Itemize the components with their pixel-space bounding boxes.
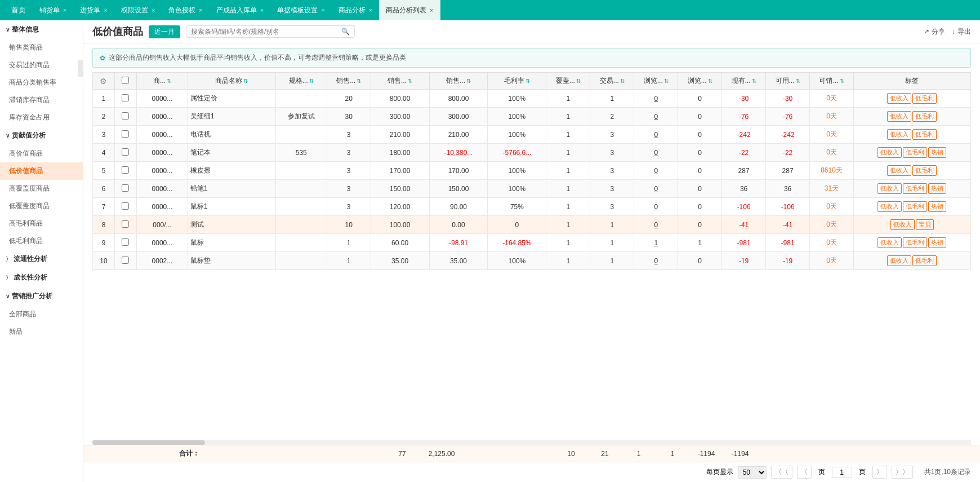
row-checkbox[interactable]: [122, 202, 129, 210]
page-number-input[interactable]: [832, 467, 852, 478]
row-checkbox[interactable]: [122, 238, 129, 246]
browse-link[interactable]: 0: [654, 131, 658, 139]
select-all-checkbox[interactable]: [122, 77, 129, 84]
browse-link[interactable]: 0: [654, 113, 658, 121]
browse-link[interactable]: 0: [654, 203, 658, 211]
row-checkbox[interactable]: [122, 220, 129, 228]
cell-checkbox[interactable]: [114, 252, 136, 270]
cell-checkbox[interactable]: [114, 180, 136, 198]
share-button[interactable]: ↗ 分享: [924, 27, 945, 37]
col-trans[interactable]: 交易...⇅: [590, 73, 634, 90]
col-avail[interactable]: 可用...⇅: [766, 73, 810, 90]
nav-item-sales[interactable]: 销货单 ×: [33, 0, 73, 20]
sidebar-item-all-products[interactable]: 全部商品: [0, 306, 83, 323]
cell-browse1[interactable]: 1: [634, 234, 678, 252]
nav-item-purchase[interactable]: 进货单 ×: [73, 0, 114, 20]
col-margin[interactable]: 毛利率⇅: [488, 73, 546, 90]
sidebar-group-marketing[interactable]: ∨ 营销推广分析: [0, 287, 83, 306]
nav-item-analysis[interactable]: 商品分析 ×: [332, 0, 379, 20]
sidebar-group-contribution[interactable]: ∨ 贡献值分析: [0, 126, 83, 145]
sidebar-item-high-margin[interactable]: 高毛利商品: [0, 215, 83, 232]
close-icon[interactable]: ×: [369, 7, 372, 14]
sidebar-collapse-btn[interactable]: 《: [78, 60, 83, 77]
browse-link[interactable]: 0: [654, 185, 658, 193]
cell-browse1[interactable]: 0: [634, 126, 678, 144]
cell-checkbox[interactable]: [114, 162, 136, 180]
cell-browse1[interactable]: 0: [634, 252, 678, 270]
next-page-button[interactable]: 〉: [872, 466, 887, 479]
browse-link[interactable]: 0: [654, 167, 658, 175]
last-page-button[interactable]: 〉〉: [892, 466, 913, 479]
col-sale3[interactable]: 销售...⇅: [429, 73, 488, 90]
prev-page-button[interactable]: 〈: [797, 466, 812, 479]
close-icon[interactable]: ×: [321, 7, 324, 14]
row-checkbox[interactable]: [122, 166, 129, 174]
sidebar-item-high-coverage[interactable]: 高覆盖度商品: [0, 180, 83, 197]
row-checkbox[interactable]: [122, 184, 129, 192]
sidebar-item-high-value[interactable]: 高价值商品: [0, 145, 83, 162]
browse-link[interactable]: 1: [654, 239, 658, 247]
nav-item-home[interactable]: 首页: [5, 0, 33, 20]
col-tags[interactable]: 标签: [853, 73, 970, 90]
cell-checkbox[interactable]: [114, 234, 136, 252]
col-sale1[interactable]: 销售...⇅: [327, 73, 371, 90]
close-icon[interactable]: ×: [152, 7, 155, 14]
row-checkbox[interactable]: [122, 94, 129, 101]
close-icon[interactable]: ×: [63, 7, 66, 14]
row-checkbox[interactable]: [122, 130, 129, 138]
cell-browse1[interactable]: 0: [634, 216, 678, 234]
sidebar-item-sales-products[interactable]: 销售类商品: [0, 39, 83, 56]
cell-browse1[interactable]: 0: [634, 162, 678, 180]
cell-browse1[interactable]: 0: [634, 144, 678, 162]
sidebar-item-stock-capital[interactable]: 库存资金占用: [0, 109, 83, 126]
nav-item-permissions[interactable]: 权限设置 ×: [114, 0, 162, 20]
sidebar-group-flow[interactable]: 〉 流通性分析: [0, 250, 83, 268]
close-icon[interactable]: ×: [199, 7, 202, 14]
cell-browse1[interactable]: 0: [634, 180, 678, 198]
cell-checkbox[interactable]: [114, 126, 136, 144]
nav-item-analysis-list[interactable]: 商品分析列表 ×: [379, 0, 440, 20]
col-sale2[interactable]: 销售...⇅: [371, 73, 429, 90]
nav-item-stock[interactable]: 产成品入库单 ×: [210, 0, 270, 20]
cell-browse1[interactable]: 0: [634, 198, 678, 216]
sidebar-item-category-sales[interactable]: 商品分类销售率: [0, 74, 83, 91]
sidebar-item-low-margin[interactable]: 低毛利商品: [0, 232, 83, 250]
scrollbar-thumb[interactable]: [92, 440, 205, 445]
col-name[interactable]: 商品名称⇅: [188, 73, 275, 90]
col-browse1[interactable]: 浏览...⇅: [634, 73, 678, 90]
row-checkbox[interactable]: [122, 148, 129, 156]
close-icon[interactable]: ×: [260, 7, 264, 14]
cell-checkbox[interactable]: [114, 144, 136, 162]
scrollbar-area[interactable]: [92, 440, 971, 445]
first-page-button[interactable]: 〈〈: [771, 466, 792, 479]
col-settings[interactable]: ⚙: [93, 73, 115, 90]
cell-checkbox[interactable]: [114, 108, 136, 126]
col-browse2[interactable]: 浏览...⇅: [678, 73, 722, 90]
sidebar-item-slow-moving[interactable]: 滞销库存商品: [0, 91, 83, 109]
search-input[interactable]: [191, 28, 338, 36]
sidebar-item-new-products[interactable]: 新品: [0, 323, 83, 341]
col-code[interactable]: 商...⇅: [136, 73, 188, 90]
sidebar-group-growth[interactable]: 〉 成长性分析: [0, 268, 83, 287]
row-checkbox[interactable]: [122, 257, 129, 264]
cell-checkbox[interactable]: [114, 216, 136, 234]
browse-link[interactable]: 0: [654, 149, 658, 157]
close-icon[interactable]: ×: [430, 7, 433, 14]
export-button[interactable]: ↓ 导出: [952, 27, 971, 37]
sidebar-item-low-coverage[interactable]: 低覆盖度商品: [0, 197, 83, 215]
nav-item-template[interactable]: 单据模板设置 ×: [270, 0, 331, 20]
close-icon[interactable]: ×: [104, 7, 107, 14]
col-coverage[interactable]: 覆盖...⇅: [546, 73, 590, 90]
sidebar-item-traded-products[interactable]: 交易过的商品: [0, 56, 83, 74]
sidebar-item-low-value[interactable]: 低价值商品: [0, 162, 83, 180]
period-button[interactable]: 近一月: [149, 25, 180, 38]
cell-checkbox[interactable]: [114, 198, 136, 216]
browse-link[interactable]: 0: [654, 257, 658, 265]
gear-icon[interactable]: ⚙: [100, 77, 107, 86]
browse-link[interactable]: 0: [654, 221, 658, 229]
search-icon[interactable]: 🔍: [341, 28, 350, 36]
browse-link[interactable]: 0: [654, 95, 658, 103]
sidebar-group-overall[interactable]: ∨ 整体信息: [0, 20, 83, 39]
col-current[interactable]: 现有...⇅: [722, 73, 766, 90]
cell-checkbox[interactable]: [114, 90, 136, 108]
